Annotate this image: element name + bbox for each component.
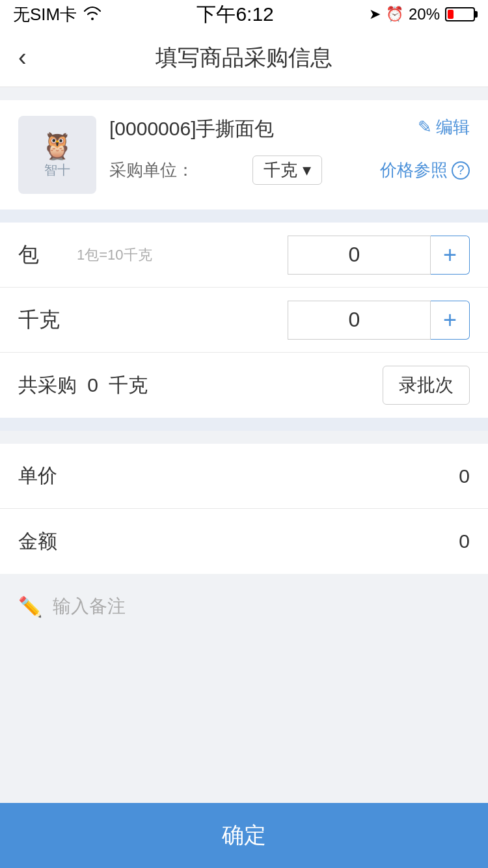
- amount-row: 金额 0: [0, 509, 488, 574]
- back-button[interactable]: ‹: [18, 44, 27, 72]
- unit-price-value: 0: [459, 465, 470, 487]
- edit-label: 编辑: [436, 116, 470, 139]
- amount-value: 0: [459, 530, 470, 552]
- unit-value: 千克: [264, 159, 297, 182]
- product-logo-icon: 🦉: [41, 131, 74, 161]
- package-row: 包 1包=10千克 +: [0, 223, 488, 288]
- alarm-icon: ⏰: [386, 6, 403, 23]
- product-card: 🦉 智十 [0000006]手撕面包 ✎ 编辑 采购单位： 千克 ▾ 价格参照 …: [0, 100, 488, 210]
- pricing-section: 单价 0 金额 0: [0, 444, 488, 574]
- product-header: [0000006]手撕面包 ✎ 编辑: [109, 116, 470, 142]
- input-section: 包 1包=10千克 + 千克 +: [0, 223, 488, 353]
- product-name: [0000006]手撕面包: [109, 116, 418, 142]
- price-ref-label: 价格参照: [380, 159, 448, 182]
- kg-plus-button[interactable]: +: [431, 301, 470, 340]
- unit-select[interactable]: 千克 ▾: [252, 156, 322, 185]
- package-plus-button[interactable]: +: [431, 236, 470, 275]
- amount-label: 金额: [18, 528, 459, 555]
- total-row: 共采购 0 千克 录批次: [0, 353, 488, 418]
- total-prefix: 共采购: [18, 374, 77, 396]
- total-unit: 千克: [109, 374, 148, 396]
- kg-input[interactable]: [288, 301, 431, 340]
- remark-icon: ✏️: [18, 595, 42, 618]
- section-divider-1: [0, 210, 488, 223]
- product-info: [0000006]手撕面包 ✎ 编辑 采购单位： 千克 ▾ 价格参照 ?: [109, 116, 470, 185]
- package-input[interactable]: [288, 236, 431, 275]
- status-bar-right: ➤ ⏰ 20%: [369, 5, 475, 23]
- package-input-wrap: +: [288, 236, 470, 275]
- confirm-button[interactable]: 确定: [0, 803, 488, 868]
- carrier-label: 无SIM卡: [13, 3, 77, 26]
- unit-price-row: 单价 0: [0, 444, 488, 509]
- battery-icon: [445, 7, 475, 21]
- location-icon: ➤: [369, 6, 381, 23]
- purchase-unit-row: 采购单位： 千克 ▾ 价格参照 ?: [109, 156, 470, 185]
- kg-row: 千克 +: [0, 288, 488, 353]
- help-icon: ?: [452, 161, 470, 180]
- total-amount: 0: [87, 374, 98, 396]
- total-label: 共采购 0 千克: [18, 372, 383, 399]
- product-image: 🦉 智十: [18, 116, 96, 194]
- status-time: 下午6:12: [197, 1, 273, 28]
- edit-button[interactable]: ✎ 编辑: [418, 116, 470, 139]
- batch-button[interactable]: 录批次: [383, 366, 470, 405]
- section-divider-2: [0, 418, 488, 431]
- edit-icon: ✎: [418, 117, 432, 137]
- unit-label: 采购单位：: [109, 159, 194, 182]
- dropdown-icon: ▾: [303, 160, 311, 180]
- product-logo-text: 智十: [44, 161, 70, 179]
- status-bar: 无SIM卡 下午6:12 ➤ ⏰ 20%: [0, 0, 488, 29]
- wifi-icon: [83, 5, 102, 25]
- remark-section[interactable]: ✏️ 输入备注: [0, 574, 488, 639]
- package-label: 包: [18, 241, 70, 269]
- nav-bar: ‹ 填写商品采购信息: [0, 29, 488, 87]
- price-ref-button[interactable]: 价格参照 ?: [380, 159, 470, 182]
- kg-input-wrap: +: [288, 301, 470, 340]
- remark-placeholder: 输入备注: [53, 594, 126, 619]
- unit-price-label: 单价: [18, 463, 459, 489]
- kg-label: 千克: [18, 306, 70, 334]
- status-bar-left: 无SIM卡: [13, 3, 102, 26]
- page-title: 填写商品采购信息: [156, 43, 332, 73]
- package-sublabel: 1包=10千克: [77, 245, 288, 265]
- battery-percent: 20%: [409, 5, 440, 23]
